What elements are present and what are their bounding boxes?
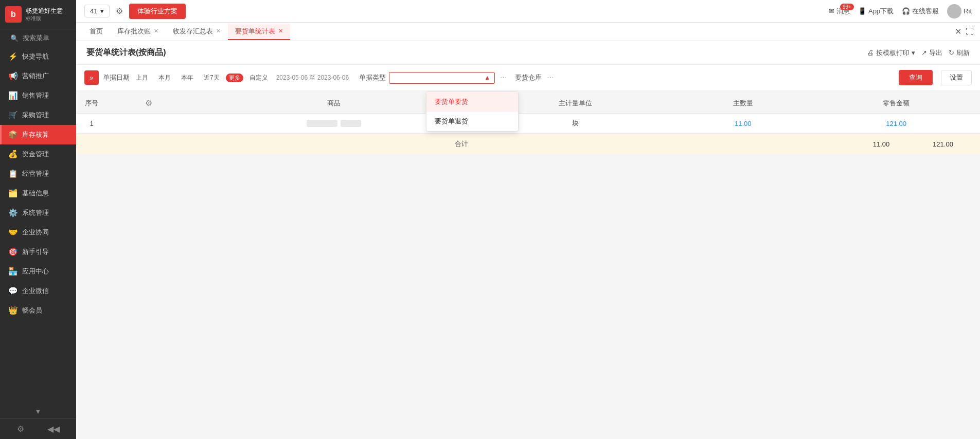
col-qty-header: 主数量	[673, 93, 812, 114]
member-icon: 👑	[8, 306, 18, 315]
filter-more-dots[interactable]: ···	[500, 73, 507, 82]
search-icon: 🔍	[10, 34, 19, 42]
sidebar-item-label: 经营管理	[22, 169, 49, 178]
chevron-up-icon[interactable]: ▲	[484, 74, 490, 81]
message-icon: ✉	[829, 7, 834, 15]
avatar	[947, 4, 961, 19]
type-filter-text-input[interactable]	[394, 74, 480, 82]
sidebar-item-basic[interactable]: 🗂️ 基础信息	[0, 184, 76, 203]
tab-inventory-batch[interactable]: 库存批次账 ✕	[110, 24, 166, 40]
this-month-btn[interactable]: 本月	[154, 71, 175, 84]
this-year-btn[interactable]: 本年	[177, 71, 198, 84]
user-profile[interactable]: Rit	[947, 4, 972, 19]
sidebar-scroll-down[interactable]: ▼	[0, 405, 76, 418]
export-icon: ↗	[921, 49, 927, 57]
type-filter-label: 单据类型	[359, 73, 386, 82]
tab-expand-btn[interactable]: ⛶	[966, 27, 974, 36]
export-btn[interactable]: ↗ 导出	[921, 48, 942, 58]
tab-order-stats-label: 要货单统计表	[235, 27, 275, 36]
sidebar-item-label: 畅会员	[22, 306, 42, 315]
sidebar-item-marketing[interactable]: 📢 营销推广	[0, 66, 76, 86]
cell-qty: 11.00	[673, 114, 812, 134]
sidebar-item-appstore[interactable]: 🏪 应用中心	[0, 262, 76, 281]
last-7-days-btn[interactable]: 近7天	[200, 71, 224, 84]
sidebar-logo: b 畅捷通好生意 标准版	[0, 0, 76, 29]
sidebar-item-label: 新手引导	[22, 247, 49, 257]
sidebar-item-label: 系统管理	[22, 208, 49, 217]
tab-close-icon[interactable]: ✕	[216, 28, 221, 34]
tab-receive-summary[interactable]: 收发存汇总表 ✕	[166, 24, 228, 40]
product-placeholder-2	[341, 120, 361, 127]
more-dates-badge[interactable]: 更多	[226, 74, 243, 82]
wechat-icon: 💬	[8, 286, 18, 296]
footer-amount: 121.00	[912, 140, 974, 148]
topbar-right: ✉ 消息 99+ 📱 App下载 🎧 在线客服 Rit	[829, 4, 972, 19]
sidebar-item-shortcut[interactable]: ⚡ 快捷导航	[0, 47, 76, 66]
date-filter-group: 单据日期 上月 本月 本年 近7天 更多 自定义	[103, 71, 272, 84]
query-btn[interactable]: 查询	[899, 70, 933, 85]
app-download-btn[interactable]: 📱 App下载	[858, 7, 894, 16]
message-btn[interactable]: ✉ 消息 99+	[829, 7, 850, 16]
sidebar-item-inventory[interactable]: 📦 库存核算	[0, 125, 76, 144]
export-label: 导出	[929, 48, 942, 58]
sidebar-item-label: 快捷导航	[22, 52, 49, 61]
settings-gear-icon[interactable]: ⚙	[116, 6, 123, 16]
type-dropdown: 要货单要货 要货单退货	[426, 92, 519, 132]
sidebar-item-sales[interactable]: 📊 销售管理	[0, 86, 76, 105]
sidebar-item-finance[interactable]: 💰 资金管理	[0, 144, 76, 164]
basic-icon: 🗂️	[8, 189, 18, 198]
sidebar-item-system[interactable]: ⚙️ 系统管理	[0, 203, 76, 223]
tab-order-stats[interactable]: 要货单统计表 ✕	[228, 24, 290, 40]
col-amount-header: 零售金额	[812, 93, 980, 114]
company-selector[interactable]: 41 ▾	[84, 5, 110, 17]
qty-link[interactable]: 11.00	[735, 120, 752, 127]
print-btn[interactable]: 🖨 按模板打印 ▾	[867, 48, 915, 58]
sidebar-item-label: 企业微信	[22, 286, 49, 296]
col-gear-header[interactable]: ⚙	[107, 93, 191, 114]
sidebar-item-purchase[interactable]: 🛒 采购管理	[0, 105, 76, 125]
sidebar-item-label: 资金管理	[22, 150, 49, 159]
custom-date-btn[interactable]: 自定义	[245, 71, 272, 84]
cell-amount: 121.00	[812, 114, 980, 134]
inventory-icon: 📦	[8, 130, 18, 139]
sidebar-item-label: 企业协同	[22, 228, 49, 237]
sidebar-footer: ⚙ ◀◀	[0, 418, 76, 439]
chevron-down-icon: ▾	[100, 7, 104, 15]
type-filter-input[interactable]: ▲	[389, 72, 495, 84]
app-logo-icon: b	[5, 6, 22, 23]
sidebar-item-wechat[interactable]: 💬 企业微信	[0, 281, 76, 301]
sidebar-item-member[interactable]: 👑 畅会员	[0, 301, 76, 320]
settings-icon[interactable]: ⚙	[17, 424, 24, 434]
service-icon: 🎧	[902, 7, 910, 15]
sidebar-item-operations[interactable]: 📋 经营管理	[0, 164, 76, 184]
tabbar-actions: ✕ ⛶	[955, 27, 974, 36]
sidebar-search[interactable]: 🔍 搜索菜单	[0, 29, 76, 47]
warehouse-more-dots[interactable]: ···	[547, 73, 554, 82]
tab-close-all-btn[interactable]: ✕	[955, 27, 961, 36]
guide-icon: 🎯	[8, 247, 18, 257]
tab-home[interactable]: 首页	[82, 24, 110, 40]
dropdown-item-return[interactable]: 要货单退货	[426, 112, 518, 131]
filter-expand-btn[interactable]: »	[84, 70, 99, 85]
filter-settings-btn[interactable]: 设置	[941, 70, 972, 85]
tab-close-icon[interactable]: ✕	[154, 28, 158, 34]
sidebar-item-guide[interactable]: 🎯 新手引导	[0, 242, 76, 262]
tab-close-icon[interactable]: ✕	[278, 28, 283, 34]
print-icon: 🖨	[867, 49, 874, 57]
topbar-left: 41 ▾ ⚙ 体验行业方案	[84, 4, 186, 19]
column-settings-icon[interactable]: ⚙	[145, 99, 152, 107]
online-service-btn[interactable]: 🎧 在线客服	[902, 7, 939, 16]
app-download-label: App下载	[868, 7, 894, 16]
dropdown-item-purchase[interactable]: 要货单要货	[426, 92, 518, 112]
page-title: 要货单统计表(按商品)	[86, 47, 166, 58]
refresh-btn[interactable]: ↻ 刷新	[949, 48, 970, 58]
last-month-btn[interactable]: 上月	[132, 71, 152, 84]
tab-inventory-batch-label: 库存批次账	[117, 27, 151, 36]
table-header: 序号 ⚙ 商品 主计量单位 主数量 零售金额	[76, 93, 980, 114]
sidebar-item-label: 库存核算	[22, 130, 49, 139]
online-service-label: 在线客服	[912, 7, 939, 16]
sidebar-item-collab[interactable]: 🤝 企业协同	[0, 223, 76, 242]
collapse-icon[interactable]: ◀◀	[47, 424, 60, 434]
trial-btn[interactable]: 体验行业方案	[129, 4, 186, 19]
amount-link[interactable]: 121.00	[886, 120, 906, 127]
